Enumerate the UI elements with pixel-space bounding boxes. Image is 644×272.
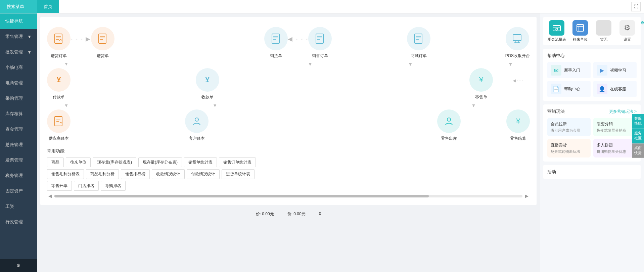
sidebar-item-wholesale[interactable]: 批发管理 ▼ <box>0 44 37 60</box>
sidebar-item-tax[interactable]: 税务管理 <box>0 168 37 183</box>
float-btn-desktop[interactable]: 桌面快捷 <box>632 143 644 158</box>
customer-account-icon <box>185 109 209 133</box>
sidebar-item-quick-nav[interactable]: 快捷导航 <box>0 13 37 29</box>
search-menu-btn[interactable]: 搜索菜单 <box>0 0 37 13</box>
marketing-item-live[interactable]: 直播卖货 场景式购物新玩法 <box>547 139 591 157</box>
sidebar-settings-btn[interactable]: ⚙ <box>0 259 37 272</box>
tab-home[interactable]: 首页 <box>37 0 59 13</box>
node-retail-slip[interactable]: ¥ 零售单 ◀ - - - <box>469 68 493 100</box>
shortcut-settings[interactable]: ⚙ 设置 <box>617 20 637 42</box>
node-purchase-slip[interactable]: 进货单 <box>91 27 114 59</box>
scroll-right-btn[interactable]: ▶ <box>524 193 530 198</box>
sidebar-item-payroll[interactable]: 工资 <box>0 199 37 214</box>
marketing-item-group[interactable]: 多人拼团 拼团购物享受优惠 <box>593 139 637 157</box>
pos-retail-arrow: ◀ - - - <box>513 78 523 83</box>
shortcut-none-label: 暂无 <box>600 37 607 42</box>
sidebar-item-retail[interactable]: 零售管理 ▼ <box>0 29 37 44</box>
help-item-video[interactable]: ▶ 视频学习 <box>593 62 637 78</box>
helpcenter-label: 帮助中心 <box>564 86 580 92</box>
sidebar-item-label: 税务管理 <box>5 173 23 179</box>
sidebar-item-ecommerce-mgmt[interactable]: 电商管理 <box>0 75 37 91</box>
float-btn-service[interactable]: 客服热线 <box>632 114 644 129</box>
sidebar-item-ecommerce-small[interactable]: 小畅电商 <box>0 60 37 75</box>
arrow-1-2: - - - ▶ <box>71 27 91 43</box>
group-title: 多人拼团 <box>597 142 633 148</box>
flow-row-3: 供应商账本 客户账本 <box>47 109 530 141</box>
func-btn-stock-status[interactable]: 现存量(库存状况表) <box>93 157 136 167</box>
v-arrows-row: ▼ ▼ ▼ ▼ <box>47 61 530 67</box>
content-area: 进货订单 - - - ▶ 进货单 <box>37 13 644 272</box>
sidebar-item-fixed-assets[interactable]: 固定资产 <box>0 183 37 199</box>
svg-point-25 <box>195 118 198 121</box>
partners-icon <box>572 20 588 36</box>
func-btn-product[interactable]: 商品 <box>47 157 64 167</box>
sidebar-item-admin[interactable]: 行政管理 <box>0 214 37 230</box>
supplier-account-icon <box>47 109 71 133</box>
help-card-title: 帮助中心 <box>547 53 637 59</box>
customize-btn[interactable]: ⚙ 首页自定义设置 <box>641 20 644 26</box>
sidebar-item-label: 固定资产 <box>5 188 23 194</box>
fission-title: 裂变分销 <box>597 121 633 127</box>
node-customer-account[interactable]: 客户账本 <box>185 109 209 141</box>
receipt-slip-label: 收款单 <box>201 94 214 100</box>
sidebar-item-general-ledger[interactable]: 总账管理 <box>0 137 37 152</box>
func-btn-payment-stats[interactable]: 付款情况统计 <box>187 169 220 179</box>
sale-slip-label: 销货单 <box>270 53 282 59</box>
func-btn-product-profit[interactable]: 商品毛利分析 <box>86 169 119 179</box>
v-arrow-mall: ▼ <box>391 61 430 67</box>
help-grid: ✉ 新手入门 ▶ 视频学习 📄 帮助中心 👤 在线客服 <box>547 62 637 97</box>
node-retail-settle[interactable]: ¥ 零售结算 <box>506 109 530 141</box>
shortcut-partners[interactable]: 往来单位 <box>570 20 590 42</box>
node-supplier-account[interactable]: 供应商账本 <box>47 109 71 141</box>
node-retail-out[interactable]: 零售出库 <box>437 109 461 141</box>
scroll-track[interactable] <box>54 195 522 197</box>
func-btn-store-rank[interactable]: 门店排名 <box>74 181 99 191</box>
sale-order-label: 销售订单 <box>312 53 328 59</box>
func-btn-retail-order[interactable]: 零售开单 <box>47 181 72 191</box>
scroll-left-btn[interactable]: ◀ <box>47 193 53 198</box>
member-desc: 吸引用户成为会员 <box>551 128 587 133</box>
receipt-slip-icon: ¥ <box>196 68 219 92</box>
func-btn-order-stats[interactable]: 销售订单统计表 <box>219 157 256 167</box>
service-label: 在线客服 <box>610 86 626 92</box>
func-btn-receipt-stats[interactable]: 收款情况统计 <box>152 169 185 179</box>
func-btn-partners[interactable]: 往来单位 <box>66 157 91 167</box>
sidebar-item-purchase[interactable]: 采购管理 <box>0 91 37 106</box>
help-item-helpcenter[interactable]: 📄 帮助中心 <box>547 81 591 97</box>
shortcut-none[interactable]: 暂无 <box>594 20 614 42</box>
none-icon <box>596 20 611 36</box>
func-btn-purchase-stats[interactable]: 进货单统计表 <box>222 169 255 179</box>
marketing-item-fission[interactable]: 裂变分销 裂变式发展分销商 <box>593 118 637 136</box>
node-sale-order[interactable]: 销售订单 <box>308 27 332 59</box>
purchase-slip-icon <box>91 27 114 50</box>
sidebar-item-inventory[interactable]: 库存核算 <box>0 106 37 122</box>
fullscreen-button[interactable]: ⛶ <box>631 2 641 11</box>
sidebar-item-invoice[interactable]: 发票管理 <box>0 152 37 168</box>
func-btn-guide-rank[interactable]: 导购排名 <box>101 181 126 191</box>
v-arrow-sale: ▼ <box>291 61 329 67</box>
node-purchase-order[interactable]: 进货订单 <box>47 27 71 59</box>
activity-title: 活动 <box>547 169 637 175</box>
node-pos[interactable]: POS收银开台 <box>505 27 530 59</box>
node-sale-slip[interactable]: 销货单 <box>264 27 288 59</box>
help-item-beginner[interactable]: ✉ 新手入门 <box>547 62 591 78</box>
flow-row-1: 进货订单 - - - ▶ 进货单 <box>47 27 530 59</box>
spacer-1 <box>114 27 264 35</box>
marketing-item-member[interactable]: 会员拉新 吸引用户成为会员 <box>547 118 591 136</box>
marketing-more-btn[interactable]: 更多营销玩法 > <box>609 109 637 115</box>
func-btn-sale-stats[interactable]: 销货单统计表 <box>184 157 217 167</box>
func-btn-stock-dist[interactable]: 现存量(库存分布表) <box>138 157 182 167</box>
node-payment-slip[interactable]: ¥ 付款单 <box>47 68 71 100</box>
node-receipt-slip[interactable]: ¥ 收款单 <box>196 68 219 100</box>
func-btn-sale-rank[interactable]: 销售排行榜 <box>121 169 150 179</box>
sidebar-item-finance[interactable]: 资金管理 <box>0 122 37 137</box>
help-item-service[interactable]: 👤 在线客服 <box>593 81 637 97</box>
func-btn-sale-profit[interactable]: 销售毛利分析表 <box>47 169 84 179</box>
main-panel: 进货订单 - - - ▶ 进货单 <box>37 13 540 272</box>
float-btn-community[interactable]: 服务社区 <box>632 129 644 143</box>
node-mall-order[interactable]: 商城订单 <box>407 27 430 59</box>
shortcut-cash-flow[interactable]: 现金流量表 <box>547 20 567 42</box>
func-grid-row3: 零售开单 门店排名 导购排名 <box>47 181 530 191</box>
retail-settle-icon: ¥ <box>506 109 530 133</box>
purchase-order-label: 进货订单 <box>51 53 67 59</box>
